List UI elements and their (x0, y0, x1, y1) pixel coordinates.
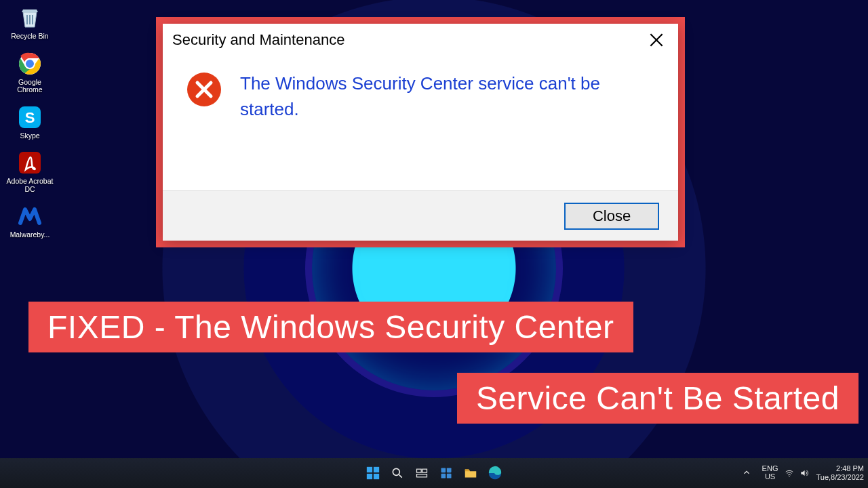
close-icon (648, 31, 665, 49)
skype-icon: S (16, 104, 43, 131)
desktop-icon-malwarebytes[interactable]: Malwareby... (5, 203, 54, 239)
wifi-icon (785, 468, 794, 478)
clock-date: Tue,8/23/2022 (816, 473, 864, 482)
svg-rect-13 (374, 474, 379, 479)
dialog-title: Security and Maintenance (172, 31, 344, 49)
svg-rect-10 (367, 467, 372, 472)
dialog-footer: Close (163, 190, 678, 241)
task-view-icon (415, 466, 429, 480)
language-secondary: US (762, 473, 778, 481)
svg-point-23 (789, 476, 790, 476)
dialog-body: The Windows Security Center service can'… (163, 56, 678, 190)
security-maintenance-dialog: Security and Maintenance The Windows Sec… (163, 24, 678, 241)
svg-rect-16 (422, 469, 427, 472)
windows-icon (366, 466, 380, 481)
svg-rect-0 (26, 15, 28, 24)
error-icon (186, 71, 222, 108)
svg-point-14 (393, 468, 399, 475)
svg-rect-8 (19, 152, 41, 174)
taskbar-file-explorer-button[interactable] (461, 464, 480, 483)
desktop-icons-column: Recycle Bin Google Chrome S Skype Adobe … (5, 4, 54, 239)
chrome-icon (16, 50, 43, 77)
svg-rect-17 (417, 474, 427, 477)
taskbar-clock[interactable]: 2:48 PM Tue,8/23/2022 (816, 464, 864, 481)
desktop-icon-recycle-bin[interactable]: Recycle Bin (5, 4, 54, 41)
svg-rect-2 (32, 15, 33, 24)
dialog-message: The Windows Security Center service can'… (240, 71, 655, 122)
recycle-bin-icon (16, 4, 43, 31)
desktop-icon-label: Skype (20, 132, 39, 140)
desktop-icon-label: Google Chrome (6, 79, 54, 94)
dialog-highlight-frame: Security and Maintenance The Windows Sec… (156, 17, 685, 247)
taskbar: ENG US 2:48 PM Tue,8/23/2022 (0, 458, 868, 488)
tray-expand-button[interactable] (742, 468, 755, 479)
edge-icon (488, 466, 502, 481)
svg-rect-15 (417, 469, 422, 472)
desktop-icon-label: Recycle Bin (11, 33, 48, 41)
taskbar-right: ENG US 2:48 PM Tue,8/23/2022 (742, 458, 864, 488)
clock-time: 2:48 PM (816, 464, 864, 473)
desktop-icon-label: Adobe Acrobat DC (6, 178, 54, 193)
overlay-banner-line-1: FIXED - The Windows Security Center (28, 302, 633, 352)
desktop-icon-label: Malwareby... (10, 231, 50, 239)
taskbar-edge-button[interactable] (486, 464, 505, 483)
svg-rect-19 (447, 468, 452, 473)
folder-icon (463, 466, 478, 481)
search-icon (391, 466, 404, 480)
desktop-icon-google-chrome[interactable]: Google Chrome (5, 50, 54, 94)
start-button[interactable] (363, 464, 382, 483)
dialog-titlebar[interactable]: Security and Maintenance (163, 24, 678, 56)
svg-rect-18 (441, 468, 446, 473)
taskbar-widgets-button[interactable] (437, 464, 456, 483)
svg-text:S: S (25, 109, 35, 126)
titlebar-close-button[interactable] (644, 28, 669, 52)
acrobat-icon (16, 149, 43, 176)
language-indicator[interactable]: ENG US (762, 465, 778, 481)
desktop-icon-adobe-acrobat[interactable]: Adobe Acrobat DC (5, 149, 54, 193)
taskbar-task-view-button[interactable] (412, 464, 431, 483)
desktop-icon-skype[interactable]: S Skype (5, 104, 54, 140)
widgets-icon (439, 466, 453, 480)
overlay-banner-line-2: Service Can't Be Started (457, 373, 859, 424)
close-button[interactable]: Close (564, 203, 659, 230)
svg-rect-11 (374, 467, 379, 472)
desktop-stage: Recycle Bin Google Chrome S Skype Adobe … (0, 0, 868, 488)
malwarebytes-icon (16, 203, 43, 230)
taskbar-center (363, 458, 505, 488)
svg-rect-21 (447, 474, 452, 479)
volume-icon (800, 468, 809, 478)
svg-rect-12 (367, 474, 372, 479)
svg-rect-1 (29, 15, 31, 24)
svg-rect-20 (441, 474, 446, 479)
system-tray[interactable] (785, 468, 809, 478)
chevron-up-icon (742, 468, 751, 477)
taskbar-search-button[interactable] (388, 464, 407, 483)
close-button-label: Close (593, 207, 631, 225)
